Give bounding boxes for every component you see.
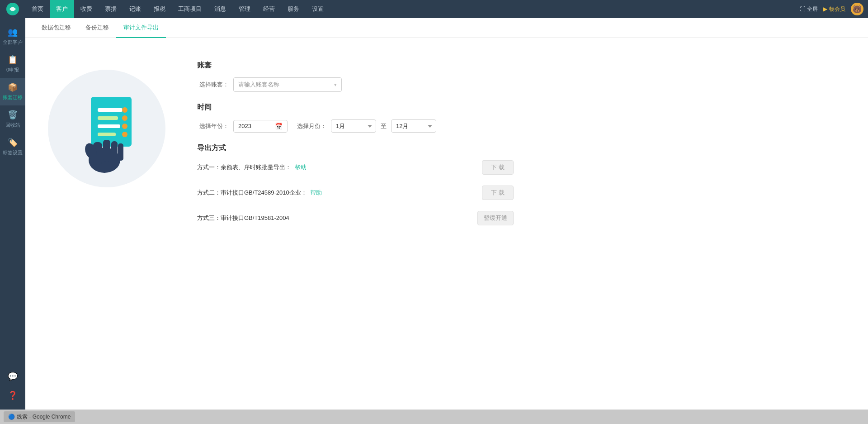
- year-label: 选择年份：: [197, 122, 229, 130]
- nav-bookkeeping[interactable]: 记账: [123, 0, 147, 18]
- chat-icon: 💬: [8, 372, 18, 381]
- calendar-icon: 📅: [275, 123, 283, 130]
- nav-message[interactable]: 消息: [208, 0, 232, 18]
- export-method-3: 方式三：审计接口GB/T19581-2004 暂缓开通: [197, 211, 514, 225]
- sidebar-label-migration: 账套迁移: [3, 94, 23, 101]
- svg-rect-5: [98, 133, 116, 136]
- svg-rect-13: [111, 141, 118, 161]
- method1-help-link[interactable]: 帮助: [295, 164, 307, 171]
- recycle-icon: 🗑️: [8, 110, 18, 120]
- tab-data-migration[interactable]: 数据包迁移: [34, 18, 78, 38]
- svg-rect-2: [98, 108, 123, 112]
- member-button[interactable]: ▶ 畅会员: [823, 5, 845, 13]
- svg-rect-14: [118, 143, 123, 161]
- video-icon: ▶: [823, 6, 827, 12]
- method1-download-button[interactable]: 下 载: [482, 160, 514, 175]
- svg-point-7: [122, 115, 127, 121]
- month-label: 选择月份：: [295, 122, 326, 130]
- export-method-1: 方式一：余额表、序时账批量导出： 帮助 下 载: [197, 160, 514, 175]
- declare-icon: 📋: [8, 55, 18, 65]
- account-section-title: 账套: [197, 61, 514, 70]
- year-input[interactable]: 2023 📅: [233, 120, 288, 133]
- chrome-icon: 🔵: [8, 414, 15, 420]
- svg-rect-3: [98, 116, 118, 120]
- sidebar-item-help[interactable]: ❓: [0, 386, 25, 405]
- method2-label: 方式二：审计接口GB/T24589-2010企业： 帮助: [197, 189, 322, 197]
- tab-audit-export[interactable]: 审计文件导出: [116, 18, 166, 38]
- month-separator: 至: [381, 122, 387, 130]
- svg-rect-4: [98, 124, 120, 128]
- month-end-select[interactable]: 1月 2月 3月 4月 5月 6月 7月 8月 9月 10月 11月 12月: [391, 119, 436, 133]
- svg-rect-12: [103, 140, 110, 162]
- time-row: 选择年份： 2023 📅 选择月份： 1月 2月 3月 4月 5月 6月 7月: [197, 119, 514, 133]
- account-dropdown-arrow: ▾: [334, 82, 337, 88]
- month-start-select[interactable]: 1月 2月 3月 4月 5月 6月 7月 8月 9月 10月 11月 12月: [331, 119, 376, 133]
- sidebar-item-zero-declare[interactable]: 📋 0申报: [0, 50, 25, 78]
- nav-manage[interactable]: 管理: [232, 0, 257, 18]
- sidebar-label-tag: 标签设置: [3, 149, 23, 156]
- nav-tax[interactable]: 报税: [147, 0, 172, 18]
- illustration-area: [43, 52, 170, 187]
- method3-label: 方式三：审计接口GB/T19581-2004: [197, 214, 289, 222]
- nav-settings[interactable]: 设置: [306, 0, 330, 18]
- top-navigation: 首页 客户 收费 票据 记账 报税 工商项目 消息 管理 经营 服务 设置 ⛶ …: [0, 0, 868, 18]
- taskbar-chrome-item[interactable]: 🔵 线索 - Google Chrome: [4, 411, 75, 422]
- member-label: 畅会员: [829, 5, 845, 13]
- main-wrapper: 👥 全部客户 📋 0申报 📦 账套迁移 🗑️ 回收站 🏷️ 标签设置 💬 ❓: [0, 18, 868, 410]
- account-label: 选择账套：: [197, 81, 229, 89]
- export-method-2: 方式二：审计接口GB/T24589-2010企业： 帮助 下 载: [197, 186, 514, 200]
- logo: [5, 1, 21, 17]
- method2-help-link[interactable]: 帮助: [310, 189, 322, 196]
- method1-label-text: 方式一：余额表、序时账批量导出：: [197, 164, 291, 171]
- method3-label-text: 方式三：审计接口GB/T19581-2004: [197, 214, 289, 221]
- method3-coming-soon-button[interactable]: 暂缓开通: [477, 211, 514, 225]
- method2-label-text: 方式二：审计接口GB/T24589-2010企业：: [197, 189, 307, 196]
- sidebar-label-customers: 全部客户: [3, 39, 23, 46]
- content-area: 数据包迁移 备份迁移 审计文件导出: [25, 18, 868, 410]
- svg-point-8: [122, 124, 127, 129]
- taskbar-item-label: 线索 - Google Chrome: [17, 413, 71, 421]
- nav-right: ⛶ 全屏 ▶ 畅会员 🐻: [800, 3, 863, 15]
- account-placeholder: 请输入账套名称: [238, 81, 279, 89]
- sidebar-item-account-migration[interactable]: 📦 账套迁移: [0, 78, 25, 105]
- sidebar-bottom: 💬 ❓: [0, 367, 25, 410]
- fullscreen-icon: ⛶: [800, 6, 805, 12]
- sidebar-item-recycle[interactable]: 🗑️ 回收站: [0, 105, 25, 133]
- sidebar-item-tag-settings[interactable]: 🏷️ 标签设置: [0, 133, 25, 161]
- nav-invoice[interactable]: 票据: [99, 0, 123, 18]
- avatar[interactable]: 🐻: [851, 3, 863, 15]
- tab-backup-migration[interactable]: 备份迁移: [78, 18, 116, 38]
- customers-icon: 👥: [8, 27, 18, 37]
- nav-customer[interactable]: 客户: [50, 0, 74, 18]
- nav-menu: 首页 客户 收费 票据 记账 报税 工商项目 消息 管理 经营 服务 设置: [25, 0, 800, 18]
- fullscreen-button[interactable]: ⛶ 全屏: [800, 5, 818, 13]
- tag-icon: 🏷️: [8, 138, 18, 148]
- account-select-input[interactable]: 请输入账套名称 ▾: [233, 77, 342, 92]
- sidebar-label-recycle: 回收站: [5, 122, 20, 129]
- taskbar: 🔵 线索 - Google Chrome: [0, 410, 868, 424]
- nav-home[interactable]: 首页: [25, 0, 50, 18]
- sidebar-item-chat[interactable]: 💬: [0, 367, 25, 386]
- time-section-title: 时间: [197, 103, 514, 112]
- help-icon: ❓: [8, 391, 18, 400]
- illustration-circle: [48, 70, 165, 187]
- account-row: 选择账套： 请输入账套名称 ▾: [197, 77, 514, 92]
- nav-operation[interactable]: 经营: [257, 0, 281, 18]
- method1-label: 方式一：余额表、序时账批量导出： 帮助: [197, 163, 307, 172]
- nav-business-project[interactable]: 工商项目: [172, 0, 208, 18]
- sidebar: 👥 全部客户 📋 0申报 📦 账套迁移 🗑️ 回收站 🏷️ 标签设置 💬 ❓: [0, 18, 25, 410]
- nav-service[interactable]: 服务: [281, 0, 306, 18]
- nav-billing[interactable]: 收费: [74, 0, 99, 18]
- form-area: 账套 选择账套： 请输入账套名称 ▾ 时间 选择年份： 2023 📅: [197, 52, 514, 236]
- sidebar-label-declare: 0申报: [6, 67, 19, 73]
- method2-download-button[interactable]: 下 载: [482, 186, 514, 200]
- page-content: 账套 选择账套： 请输入账套名称 ▾ 时间 选择年份： 2023 📅: [25, 38, 868, 410]
- svg-point-6: [122, 107, 127, 113]
- tab-bar: 数据包迁移 备份迁移 审计文件导出: [25, 18, 868, 38]
- svg-point-9: [122, 132, 127, 137]
- sidebar-item-all-customers[interactable]: 👥 全部客户: [0, 23, 25, 50]
- export-section-title: 导出方式: [197, 143, 514, 153]
- migration-icon: 📦: [8, 82, 18, 92]
- year-value: 2023: [238, 123, 273, 129]
- fullscreen-label: 全屏: [807, 5, 818, 13]
